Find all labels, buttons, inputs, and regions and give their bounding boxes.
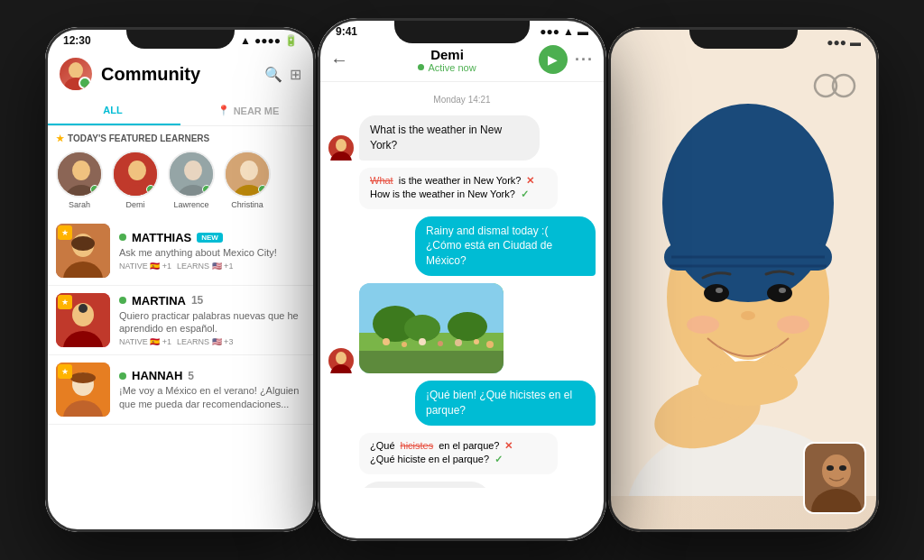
user-item-hannah[interactable]: ★ HANNAH 5 ¡Me voy a México en el verano… [45, 355, 316, 425]
video-call-button[interactable]: ▶ [539, 45, 568, 74]
svg-point-36 [404, 315, 440, 342]
lawrence-name: Lawrence [173, 200, 208, 209]
chat-header-info: Demi Active now [356, 47, 539, 73]
right-status-icons: ●●● ▬ [827, 36, 861, 49]
user-list: ★ MATTHIAS NEW Ask me anything about Mex… [45, 216, 316, 425]
wrong-mark-1: ✕ [526, 175, 534, 187]
svg-point-60 [704, 284, 729, 302]
sarah-online-dot [90, 185, 99, 194]
message-outgoing-2: ¡Qué bien! ¿Qué hicistes en el parque? [415, 381, 596, 426]
lawrence-online-dot [202, 185, 211, 194]
svg-point-3 [72, 161, 90, 180]
right-signal-icon: ●●● [827, 36, 846, 49]
demi-chat-avatar-2-svg [328, 348, 354, 373]
correction-wrong-row-2: ¿Qué hicistes en el parque? ✕ [370, 440, 547, 452]
message-outgoing-1: Rainy and dismal today :( ¿Cómo está en … [415, 216, 596, 276]
chat-date: Monday 14:21 [328, 95, 596, 105]
community-header: Community 🔍 ⊞ [45, 50, 316, 90]
message-incoming-1: What is the weather in New York? [359, 115, 540, 161]
chat-messages: Monday 14:21 What is the weather in New … [318, 82, 606, 488]
martina-count: 15 [191, 294, 203, 307]
community-tabs: ALL 📍 NEAR ME [45, 97, 316, 126]
right-phone-notch [689, 27, 798, 49]
star-icon: ★ [56, 133, 64, 143]
hannah-star-badge: ★ [58, 364, 72, 379]
svg-point-21 [79, 304, 88, 313]
voice-message-incoming[interactable]: ⏸ [359, 482, 491, 488]
community-title: Community [101, 64, 255, 85]
correct-mark-1: ✓ [521, 188, 529, 200]
msg-row-voice-incoming: ⏸ [328, 482, 596, 488]
featured-user-christina[interactable]: Christina [224, 151, 271, 209]
svg-point-64 [687, 316, 719, 334]
right-phone: ●●● ▬ [608, 27, 879, 532]
svg-point-56 [662, 104, 834, 302]
martina-online-dot [119, 297, 126, 304]
demi-chat-avatar [328, 135, 354, 161]
msg-row-incoming-1: What is the weather in New York? [328, 115, 596, 161]
svg-point-9 [184, 161, 202, 180]
featured-user-demi[interactable]: Demi [112, 151, 159, 209]
msg-row-park-image [328, 283, 596, 373]
center-time: 9:41 [336, 25, 357, 38]
hannah-message: ¡Me voy a México en el verano! ¿Alguien … [119, 384, 305, 410]
martina-photo: ★ [56, 293, 110, 347]
app-logo [812, 72, 857, 103]
martina-native: NATIVE 🇪🇸 +1 [119, 337, 171, 346]
center-phone: 9:41 ●●● ▲ ▬ ← Demi Active now ▶ ··· Mon… [318, 18, 606, 541]
tab-near-me[interactable]: 📍 NEAR ME [180, 97, 316, 125]
sarah-name: Sarah [69, 200, 90, 209]
center-battery-icon: ▬ [578, 25, 588, 38]
msg-row-outgoing-1: Rainy and dismal today :( ¿Cómo está en … [328, 216, 596, 276]
matthias-info: MATTHIAS NEW Ask me anything about Mexic… [119, 231, 305, 271]
svg-point-1 [64, 78, 88, 90]
chat-contact-status: Active now [356, 62, 539, 73]
svg-point-43 [474, 339, 479, 344]
center-phone-notch [394, 18, 530, 43]
grid-icon[interactable]: ⊞ [290, 66, 301, 83]
svg-point-0 [69, 62, 83, 78]
correction-correct-text-1: How is the weather in New York? [370, 188, 515, 199]
chat-header-action-icons: ▶ ··· [539, 45, 594, 74]
search-icon[interactable]: 🔍 [264, 66, 282, 83]
svg-point-27 [336, 139, 346, 151]
svg-point-17 [71, 236, 95, 251]
wrong-mark-2: ✕ [504, 440, 513, 452]
matthias-online-dot [119, 234, 126, 241]
user-item-matthias[interactable]: ★ MATTHIAS NEW Ask me anything about Mex… [45, 216, 316, 286]
svg-point-39 [402, 342, 407, 347]
correction-box-1: What is the weather in New York? ✕ How i… [359, 168, 558, 209]
demi-chat-avatar-2 [328, 348, 354, 373]
featured-user-sarah[interactable]: Sarah [56, 151, 103, 209]
more-options-icon[interactable]: ··· [575, 50, 594, 69]
user-item-martina[interactable]: ★ MARTINA 15 Quiero practicar palabras n… [45, 286, 316, 355]
svg-point-12 [240, 161, 258, 180]
demi-name: Demi [125, 200, 144, 209]
demi-online-dot [146, 185, 155, 194]
svg-point-69 [822, 454, 851, 487]
svg-point-72 [839, 465, 846, 471]
svg-point-71 [827, 465, 834, 471]
hannah-photo: ★ [56, 363, 110, 417]
park-image [359, 283, 504, 373]
martina-name: MARTINA [132, 294, 186, 308]
matthias-photo: ★ [56, 224, 110, 278]
featured-user-lawrence[interactable]: Lawrence [168, 151, 215, 209]
hannah-name: HANNAH [132, 369, 182, 382]
location-icon: 📍 [217, 105, 230, 116]
christina-online-dot [258, 185, 267, 194]
correct-mark-2: ✓ [494, 454, 503, 465]
svg-point-42 [455, 339, 462, 346]
correction-box-2: ¿Qué hicistes en el parque? ✕ ¿Qué hicis… [359, 433, 558, 474]
thumbnail-svg [805, 444, 866, 514]
correction-wrong-text-2: hicistes [401, 440, 434, 451]
martina-message: Quiero practicar palabras nuevas que he … [119, 309, 305, 335]
left-time: 12:30 [63, 34, 91, 47]
signal-icon: ●●●● [254, 34, 281, 47]
back-button[interactable]: ← [330, 50, 348, 70]
tab-all[interactable]: ALL [45, 97, 180, 125]
park-image-svg [359, 283, 504, 373]
center-signal-icon: ●●● [540, 25, 559, 38]
demi-chat-avatar-svg [328, 135, 354, 161]
svg-point-63 [779, 288, 786, 293]
